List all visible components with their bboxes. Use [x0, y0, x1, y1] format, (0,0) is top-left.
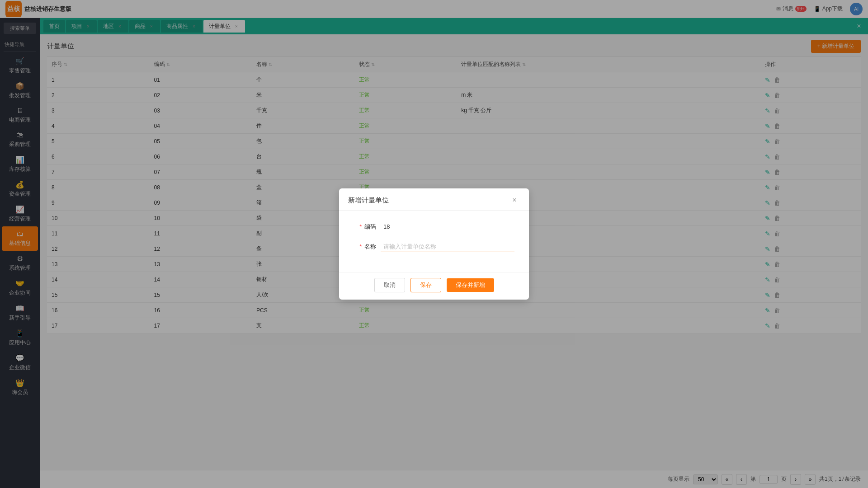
cancel-button[interactable]: 取消 — [374, 278, 405, 292]
save-button[interactable]: 保存 — [410, 278, 441, 292]
code-label: * 编码 — [354, 223, 376, 231]
modal-overlay[interactable]: 新增计量单位 × * 编码 * 名称 取消 保存 保存并新增 — [0, 0, 868, 488]
modal-close-button[interactable]: × — [509, 195, 520, 206]
name-input[interactable] — [381, 241, 514, 252]
add-unit-modal: 新增计量单位 × * 编码 * 名称 取消 保存 保存并新增 — [339, 188, 529, 300]
modal-footer: 取消 保存 保存并新增 — [339, 272, 529, 300]
name-required-mark: * — [359, 243, 362, 250]
name-label: * 名称 — [354, 243, 376, 251]
name-form-row: * 名称 — [354, 241, 514, 252]
modal-header: 新增计量单位 × — [339, 188, 529, 211]
code-input[interactable] — [381, 221, 514, 232]
save-and-new-button[interactable]: 保存并新增 — [447, 278, 494, 292]
code-form-row: * 编码 — [354, 221, 514, 232]
code-required-mark: * — [359, 223, 362, 230]
modal-title: 新增计量单位 — [348, 196, 389, 205]
modal-body: * 编码 * 名称 — [339, 211, 529, 272]
